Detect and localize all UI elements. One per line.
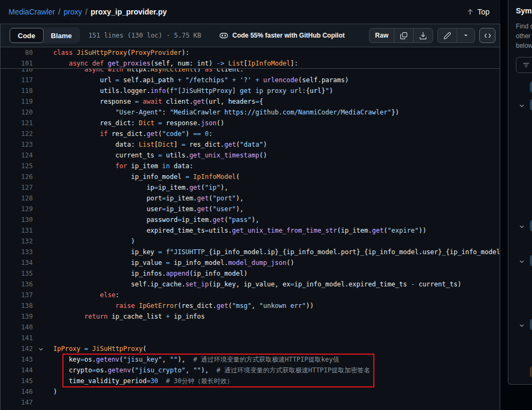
line-number[interactable]: 142 [1,343,33,354]
line-number[interactable]: 122 [1,128,33,139]
breadcrumb-repo-link[interactable]: MediaCrawler [9,8,55,16]
gutter [33,333,53,343]
symbol-item[interactable] [530,366,532,378]
code-text: res_dict: Dict = response.json() [53,118,500,128]
edit-dropdown-button[interactable] [457,28,474,42]
line-number[interactable]: 120 [1,107,33,118]
gutter [33,47,53,58]
gutter [33,257,53,268]
gutter [33,376,53,386]
line-number[interactable]: 101 [1,58,33,69]
code-text: class JiSuHttpProxy(ProxyProvider): [53,47,500,58]
gutter [33,365,53,376]
code-text: if res_dict.get("code") == 0: [53,128,500,139]
symbol-item[interactable] [530,220,532,232]
line-number[interactable]: 147 [1,397,33,408]
symbols-toggle-button[interactable] [479,28,495,43]
code-line: 119 response = await client.get(url, hea… [1,96,500,107]
chevron-down-icon[interactable] [519,257,525,264]
gutter [33,204,53,214]
pencil-icon [443,32,451,40]
line-number[interactable]: 128 [1,193,33,204]
symbol-item[interactable] [530,319,532,330]
code-blame-switch: Code Blame [9,27,80,44]
line-number[interactable]: 129 [1,204,33,214]
line-number[interactable]: 134 [1,257,33,268]
line-number[interactable]: 80 [1,47,33,58]
line-number[interactable]: 119 [1,96,33,107]
symbols-description-line: Find definitions and references for func… [516,21,532,31]
line-number[interactable]: 135 [1,268,33,279]
line-number[interactable]: 133 [1,247,33,257]
line-number[interactable]: 136 [1,279,33,290]
line-number[interactable]: 132 [1,236,33,247]
line-number[interactable]: 127 [1,182,33,193]
code-text: ip_key = f"JISUHTTP_{ip_info_model.ip}_{… [53,247,500,257]
copy-button[interactable] [394,28,413,42]
line-number[interactable]: 143 [1,354,33,365]
code-line: 143 key=os.getenv("jisu_key", ""), # 通过环… [1,354,500,365]
edit-button[interactable] [438,28,457,42]
tab-blame[interactable]: Blame [44,28,80,43]
code-line: 80class JiSuHttpProxy(ProxyProvider): [1,47,500,58]
line-number[interactable]: 137 [1,290,33,300]
gutter [33,118,53,128]
symbol-item[interactable] [530,255,532,267]
gutter [33,214,53,225]
breadcrumb-separator: / [58,8,60,16]
back-to-top-button[interactable]: Top [462,5,494,18]
line-number[interactable]: 121 [1,118,33,128]
line-number[interactable]: 140 [1,322,33,333]
chevron-down-icon[interactable] [519,102,525,108]
sticky-scope-lines: 80class JiSuHttpProxy(ProxyProvider):101… [1,47,500,69]
symbols-filter-input[interactable] [516,57,532,73]
tab-code[interactable]: Code [10,28,44,43]
breadcrumb-folder-link[interactable]: proxy [63,8,82,16]
code-text [53,333,500,343]
line-number[interactable]: 130 [1,214,33,225]
code-line: 117 url = self.api_path + "/fetchips" + … [1,75,500,85]
file-toolbar: Code Blame 151 lines (130 loc) · 5.75 KB… [0,24,500,47]
download-button[interactable] [413,28,432,42]
line-number[interactable]: 123 [1,139,33,150]
line-number[interactable]: 146 [1,386,33,397]
gutter [33,139,53,150]
line-number[interactable]: 139 [1,311,33,322]
line-number[interactable]: 117 [1,75,33,85]
code-line: 138 raise IpGetError(res_dict.get("msg",… [1,300,500,311]
chevron-down-icon[interactable] [519,222,525,229]
symbol-item[interactable] [530,81,532,93]
symbols-panel-title: Symbols [516,6,532,15]
line-number[interactable]: 126 [1,171,33,182]
code-text: utils.logger.info(f"[JiSuHttpProxy] get … [53,85,500,96]
line-number[interactable]: 124 [1,150,33,161]
code-line: 126 ip_info_model = IpInfoModel( [1,171,500,182]
code-line: 101 async def get_proxies(self, num: int… [1,58,500,69]
chevron-down-icon [463,32,469,39]
gutter [33,236,53,247]
line-number[interactable]: 125 [1,161,33,171]
code-text: url = self.api_path + "/fetchips" + '?' … [53,75,500,85]
raw-button[interactable]: Raw [370,28,394,42]
line-number[interactable]: 144 [1,365,33,376]
gutter [33,182,53,193]
code-text: else: [53,290,500,300]
gutter [33,75,53,85]
code-text: user=ip_item.get("user"), [53,204,500,214]
code-line: 135 ip_infos.append(ip_info_model) [1,268,500,279]
gutter [33,322,53,333]
code-line: 123 data: List[Dict] = res_dict.get("dat… [1,139,500,150]
gutter [33,96,53,107]
line-number[interactable]: 141 [1,333,33,343]
line-number[interactable]: 145 [1,376,33,386]
chevron-down-icon[interactable] [519,321,525,328]
line-number[interactable]: 118 [1,85,33,96]
symbol-item[interactable] [530,99,532,111]
code-text [53,397,500,408]
gutter [33,247,53,257]
code-view: 116 async with httpx.AsyncClient() as cl… [0,47,500,410]
collapse-chevron-icon[interactable] [38,346,44,353]
code-text: raise IpGetError(res_dict.get("msg", "un… [53,300,500,311]
line-number[interactable]: 138 [1,300,33,311]
line-number[interactable]: 131 [1,225,33,236]
